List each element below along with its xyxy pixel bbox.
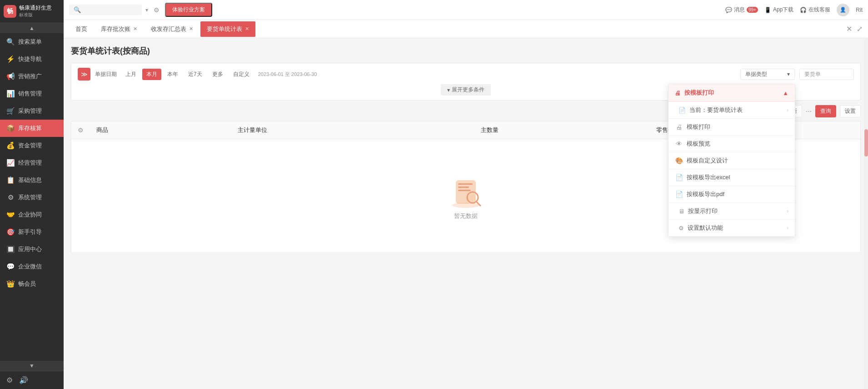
sidebar-item-appstore[interactable]: 🔲 应用中心 — [0, 241, 64, 258]
type-select[interactable]: 单据类型 ▾ — [740, 69, 795, 80]
filter-toggle-btn[interactable]: ≫ — [78, 68, 90, 81]
tab-home[interactable]: 首页 — [69, 21, 94, 37]
sidebar-item-purchase[interactable]: 🛒 采购管理 — [0, 102, 64, 120]
query-btn[interactable]: 查询 — [815, 105, 836, 117]
template-excel-item[interactable]: 📄 按模板导出excel — [668, 169, 795, 186]
expand-more-label: 展开更多条件 — [452, 86, 484, 94]
sidebar-item-member[interactable]: 👑 畅会员 — [0, 275, 64, 293]
sidebar-item-basic[interactable]: 📋 基础信息 — [0, 172, 64, 189]
settings-footer-icon[interactable]: ⚙ — [6, 376, 13, 384]
empty-text: 暂无数据 — [454, 212, 478, 220]
search-input[interactable] — [84, 7, 129, 13]
date-current-month-btn[interactable]: 本月 — [142, 69, 161, 80]
system-icon: ⚙ — [6, 193, 15, 202]
template-print-item[interactable]: 🖨 模板打印 — [668, 119, 795, 136]
sidebar-item-operations[interactable]: 📈 经营管理 — [0, 154, 64, 172]
sidebar-item-label: 基础信息 — [18, 176, 42, 184]
set-default-icon: ⚙ — [678, 225, 684, 232]
cargo-filter[interactable]: 要货单 — [799, 69, 854, 80]
table-settings-icon[interactable]: ⚙ — [78, 126, 84, 134]
sidebar-item-enterprise[interactable]: 🤝 企业协同 — [0, 206, 64, 223]
newbie-icon: 🎯 — [6, 228, 15, 236]
sidebar-item-sales[interactable]: 📊 销售管理 — [0, 85, 64, 102]
main-area: 🔍 ▾ ⚙ 体验行业方案 💬 消息 99+ 📱 App下载 🎧 在线客服 👤 R… — [64, 0, 868, 389]
current-template-item[interactable]: 📄 当前：要货单统计表 › — [668, 102, 795, 119]
avatar[interactable]: 👤 — [837, 4, 849, 16]
date-prev-month-btn[interactable]: 上月 — [121, 69, 140, 80]
sidebar-item-wechat[interactable]: 💬 企业微信 — [0, 258, 64, 275]
svg-rect-3 — [458, 187, 469, 188]
template-pdf-item[interactable]: 📄 按模板导出pdf — [668, 186, 795, 203]
expand-more-btn[interactable]: ▾ 展开更多条件 — [441, 84, 491, 96]
appstore-icon: 🔲 — [6, 245, 15, 253]
settings-btn[interactable]: 设置 — [840, 105, 861, 117]
template-print-label: 模板打印 — [687, 123, 710, 131]
display-print-item[interactable]: 🖥 按显示打印 › — [668, 203, 795, 220]
col-product: 商品 — [90, 121, 231, 139]
scrollbar-thumb[interactable] — [864, 129, 868, 157]
tab-order-stats[interactable]: 要货单统计表 ✕ — [200, 21, 255, 37]
messages-action[interactable]: 💬 消息 99+ — [725, 6, 758, 14]
inventory-icon: 📦 — [6, 124, 15, 132]
tab-inventory-batch[interactable]: 库存批次账 ✕ — [95, 21, 144, 37]
scrollbar-track[interactable] — [864, 38, 868, 389]
online-service-action[interactable]: 🎧 在线客服 — [800, 6, 830, 14]
app-download-action[interactable]: 📱 App下载 — [764, 6, 793, 14]
pdf-icon: 📄 — [675, 191, 683, 198]
date-options: 上月 本月 本年 近7天 更多 自定义 — [121, 69, 254, 80]
sidebar-item-search[interactable]: 🔍 搜索菜单 — [0, 33, 64, 51]
finance-icon: 💰 — [6, 141, 15, 150]
sidebar-item-marketing[interactable]: 📢 营销推广 — [0, 68, 64, 85]
toolbar-more-icon[interactable]: ··· — [806, 107, 812, 116]
date-more-btn[interactable]: 更多 — [208, 69, 227, 80]
sidebar-footer: ⚙ 🔊 — [0, 371, 64, 389]
basic-icon: 📋 — [6, 176, 15, 184]
volume-footer-icon[interactable]: 🔊 — [19, 376, 28, 384]
template-preview-label: 模板预览 — [687, 140, 710, 148]
sidebar-item-system[interactable]: ⚙ 系统管理 — [0, 189, 64, 206]
set-default-item[interactable]: ⚙ 设置默认功能 › — [668, 220, 795, 237]
sidebar-item-finance[interactable]: 💰 资金管理 — [0, 137, 64, 154]
chevron-right-icon: › — [787, 107, 788, 113]
template-design-label: 模板自定义设计 — [687, 157, 728, 165]
app-download-label: App下载 — [773, 6, 793, 14]
type-select-label: 单据类型 — [745, 71, 767, 78]
tab-order-stats-label: 要货单统计表 — [207, 25, 242, 33]
sidebar-item-label: 营销推广 — [18, 72, 42, 81]
close-receipt-summary-icon[interactable]: ✕ — [189, 26, 193, 32]
sidebar-item-inventory[interactable]: 📦 库存核算 — [0, 120, 64, 137]
tab-receipt-summary-label: 收发存汇总表 — [151, 25, 186, 33]
sidebar-item-label: 畅会员 — [18, 280, 36, 288]
maximize-tab-btn[interactable]: ⤢ — [857, 25, 863, 33]
close-tab-btn[interactable]: ✕ — [846, 25, 852, 33]
sidebar-scroll-up[interactable]: ▲ — [0, 23, 64, 33]
date-last7days-btn[interactable]: 近7天 — [184, 69, 206, 80]
tab-home-label: 首页 — [75, 25, 87, 33]
close-order-stats-icon[interactable]: ✕ — [245, 26, 249, 32]
trial-button[interactable]: 体验行业方案 — [165, 3, 212, 17]
topbar-gear-icon[interactable]: ⚙ — [154, 6, 160, 14]
empty-illustration — [443, 171, 489, 212]
topbar-search[interactable]: 🔍 — [69, 5, 142, 15]
tab-receipt-summary[interactable]: 收发存汇总表 ✕ — [145, 21, 200, 37]
topbar-dropdown-icon[interactable]: ▾ — [145, 7, 148, 13]
sidebar-item-label: 系统管理 — [18, 193, 42, 202]
sidebar-item-newbie[interactable]: 🎯 新手引导 — [0, 223, 64, 241]
set-default-label: 设置默认功能 — [688, 224, 723, 232]
print-dropdown-collapse-icon[interactable]: ▲ — [783, 90, 788, 96]
sidebar-item-label: 资金管理 — [18, 141, 42, 150]
topbar: 🔍 ▾ ⚙ 体验行业方案 💬 消息 99+ 📱 App下载 🎧 在线客服 👤 R… — [64, 0, 868, 20]
close-inventory-batch-icon[interactable]: ✕ — [133, 26, 137, 32]
print-dropdown-header-label: 按模板打印 — [684, 89, 714, 97]
sidebar-item-quicknav[interactable]: ⚡ 快捷导航 — [0, 51, 64, 68]
sidebar-scroll-down[interactable]: ▼ — [0, 361, 64, 371]
template-preview-item[interactable]: 👁 模板预览 — [668, 136, 795, 152]
svg-rect-4 — [458, 190, 471, 191]
sidebar-nav: 🔍 搜索菜单 ⚡ 快捷导航 📢 营销推广 📊 销售管理 🛒 采购管理 📦 库存核… — [0, 33, 64, 361]
date-current-year-btn[interactable]: 本年 — [163, 69, 182, 80]
search-icon: 🔍 — [74, 6, 81, 13]
template-design-item[interactable]: 🎨 模板自定义设计 — [668, 152, 795, 169]
sidebar-item-label: 企业微信 — [18, 263, 42, 271]
display-print-label: 按显示打印 — [688, 207, 718, 215]
date-custom-btn[interactable]: 自定义 — [229, 69, 254, 80]
